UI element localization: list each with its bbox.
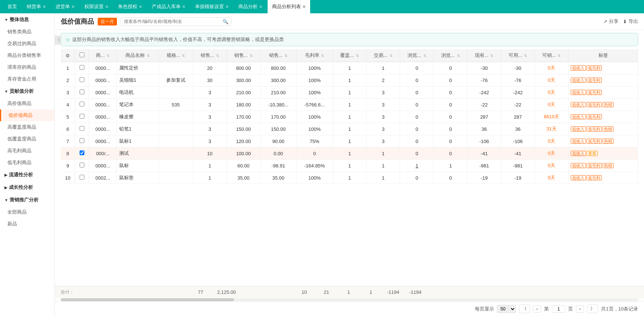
nav-close-template[interactable]: ✕ xyxy=(225,4,229,9)
search-input[interactable] xyxy=(124,19,221,24)
period-button[interactable]: 近一月 xyxy=(98,18,117,26)
nav-close-analysis[interactable]: ✕ xyxy=(259,4,262,9)
nav-close-analysis-list[interactable]: ✕ xyxy=(302,4,306,9)
tag-热销: 热销 xyxy=(603,102,614,107)
share-button[interactable]: ↗ 分享 xyxy=(603,18,618,25)
total-browse2: 1 xyxy=(360,289,382,295)
tag-低收入: 低收入 xyxy=(571,126,586,132)
sidebar-item-capital[interactable]: 库存资金占用 xyxy=(0,73,54,85)
sidebar-group-contribution[interactable]: ▼ 贡献值分析 xyxy=(0,85,54,98)
sidebar-group-marketing[interactable]: ▼ 营销推广分析 xyxy=(0,194,54,206)
cell-days: 0天 xyxy=(535,147,568,160)
sidebar-collapse-button[interactable]: 《 xyxy=(55,35,61,45)
cell-code: 0000... xyxy=(89,135,117,147)
nav-permission[interactable]: 权限设置 ✕ xyxy=(80,0,113,13)
cell-available: -30 xyxy=(501,62,535,74)
th-settings[interactable]: ⚙ xyxy=(61,49,75,62)
tag-低收入: 低收入 xyxy=(571,151,586,156)
cell-checkbox xyxy=(75,172,89,184)
cell-coverage: 1 xyxy=(333,172,366,184)
sidebar-group-circulation[interactable]: ▶ 流通性分析 xyxy=(0,169,54,181)
row-checkbox[interactable] xyxy=(80,65,84,70)
export-button[interactable]: ⬇ 导出 xyxy=(623,18,638,25)
cell-spec xyxy=(158,160,193,172)
browse1-link[interactable]: 1 xyxy=(416,163,418,169)
nav-role[interactable]: 角色授权 ✕ xyxy=(114,0,147,13)
tag-低收入: 低收入 xyxy=(571,114,586,119)
th-name: 商品名称 ⇅ xyxy=(117,49,159,62)
row-checkbox[interactable] xyxy=(80,126,84,131)
sidebar-group-growth[interactable]: ▶ 成长性分析 xyxy=(0,181,54,194)
cell-days: 0天 xyxy=(535,160,568,172)
nav-inventory[interactable]: 产成品入库单 ✕ xyxy=(147,0,190,13)
sidebar-item-low-margin[interactable]: 低毛利商品 xyxy=(0,157,54,169)
row-checkbox[interactable] xyxy=(80,89,84,94)
chevron-down-icon: ▼ xyxy=(4,18,8,22)
nav-close-sales[interactable]: ✕ xyxy=(43,4,46,9)
nav-close-role[interactable]: ✕ xyxy=(139,4,142,9)
sidebar-item-category-rate[interactable]: 商品分类销售率 xyxy=(0,50,54,61)
cell-spec xyxy=(158,111,193,123)
nav-purchase[interactable]: 进货单 ✕ xyxy=(51,0,79,13)
row-checkbox[interactable] xyxy=(80,163,84,167)
nav-template[interactable]: 单据模板设置 ✕ xyxy=(191,0,233,13)
pagination: 每页显示 50 100 200 《 ‹ 第 页 › 》 共1页，10条记录 xyxy=(55,301,644,316)
page-number-input[interactable] xyxy=(552,305,565,313)
row-checkbox[interactable] xyxy=(80,114,84,119)
page-unit: 页 xyxy=(568,306,573,312)
nav-close-permission[interactable]: ✕ xyxy=(105,4,108,9)
cell-sales2: 35.00 xyxy=(227,172,260,184)
first-page-button[interactable]: 《 xyxy=(519,305,530,313)
sidebar-item-traded[interactable]: 交易过的商品 xyxy=(0,38,54,50)
nav-analysis-list[interactable]: 商品分析列表 ✕ xyxy=(268,0,310,13)
cell-checkbox xyxy=(75,99,89,111)
sidebar-item-high-coverage[interactable]: 高覆盖度商品 xyxy=(0,121,54,133)
cell-spec xyxy=(158,172,193,184)
row-checkbox[interactable] xyxy=(80,138,84,143)
row-checkbox[interactable] xyxy=(80,77,84,82)
cell-sales3: 150.00 xyxy=(260,123,296,135)
cell-name: 测试 xyxy=(117,147,159,160)
cell-checkbox xyxy=(75,74,89,86)
nav-home[interactable]: 首页 xyxy=(3,0,21,13)
row-checkbox[interactable] xyxy=(80,175,84,180)
page-prefix: 第 xyxy=(544,306,549,312)
sidebar-item-all-goods[interactable]: 全部商品 xyxy=(0,206,54,218)
row-checkbox[interactable] xyxy=(80,102,84,106)
sidebar-item-high-value[interactable]: 高价值商品 xyxy=(0,98,54,109)
sidebar-item-new-goods[interactable]: 新品 xyxy=(0,218,54,230)
sidebar-item-sales-goods[interactable]: 销售类商品 xyxy=(0,26,54,38)
cell-margin: 100% xyxy=(296,62,333,74)
per-page-select[interactable]: 50 100 200 xyxy=(497,305,516,313)
th-browse2: 浏览... ⇅ xyxy=(434,49,467,62)
next-page-button[interactable]: › xyxy=(576,305,584,313)
cell-sales2: 170.00 xyxy=(227,111,260,123)
total-pages-label: 共1页，10条记录 xyxy=(601,306,638,312)
cell-available: -22 xyxy=(501,99,535,111)
row-checkbox[interactable] xyxy=(80,150,84,155)
cell-current: -106 xyxy=(467,135,501,147)
cell-trade: 2 xyxy=(366,74,400,86)
nav-analysis[interactable]: 商品分析 ✕ xyxy=(234,0,267,13)
nav-sales[interactable]: 销货单 ✕ xyxy=(22,0,50,13)
sidebar-item-low-coverage[interactable]: 低覆盖度商品 xyxy=(0,133,54,145)
sidebar-item-low-value[interactable]: 低价值商品 xyxy=(0,109,54,121)
prev-page-button[interactable]: ‹ xyxy=(533,305,541,313)
cell-days: 0天 xyxy=(535,74,568,86)
total-available: -1194 xyxy=(404,289,426,295)
select-all-checkbox[interactable] xyxy=(80,52,84,57)
sidebar-item-high-margin[interactable]: 高毛利商品 xyxy=(0,145,54,157)
cell-browse1: 0 xyxy=(400,86,434,99)
tag-热销: 热销 xyxy=(603,163,614,168)
th-sales1: 销售... ⇅ xyxy=(193,49,227,62)
sidebar-item-stagnant[interactable]: 滞库存的商品 xyxy=(0,61,54,73)
last-page-button[interactable]: 》 xyxy=(587,305,598,313)
cell-name: 鼠标垫 xyxy=(117,172,159,184)
total-label: 合计： xyxy=(61,289,74,295)
sidebar-group-overall[interactable]: ▼ 整体信息 xyxy=(0,13,54,26)
nav-close-purchase[interactable]: ✕ xyxy=(71,4,75,9)
cell-trade: 1 xyxy=(366,62,400,74)
search-icon[interactable]: 🔍 xyxy=(222,19,228,24)
nav-close-inventory[interactable]: ✕ xyxy=(182,4,185,9)
cell-checkbox xyxy=(75,86,89,99)
